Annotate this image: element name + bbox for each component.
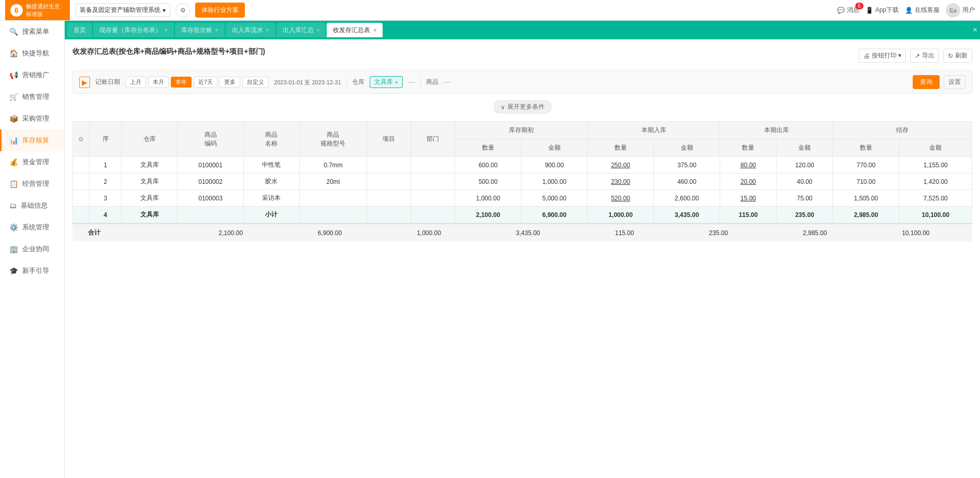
tab-close-batch[interactable]: ×: [215, 27, 218, 33]
footer-out-qty: 115.00: [615, 229, 634, 237]
sales-icon: 🛒: [9, 93, 18, 101]
sidebar-item-guide[interactable]: 🎓 新手引导: [0, 260, 64, 282]
table-cell: [411, 173, 455, 190]
export-button[interactable]: ↗ 导出: [910, 49, 939, 63]
th-project: 项目: [367, 122, 411, 157]
tab-recv-summary[interactable]: 收发存汇总表 ×: [327, 23, 383, 37]
footer-open-amt: 6,900.00: [318, 229, 342, 237]
trial-button[interactable]: 体验行业方案: [195, 3, 245, 18]
table-cell: [299, 190, 367, 207]
tab-close-stock-dist[interactable]: ×: [165, 27, 168, 33]
purchase-icon: 📦: [9, 114, 18, 123]
app-download-action[interactable]: 📱 App下载: [866, 6, 899, 15]
th-settings[interactable]: ⚙: [73, 122, 90, 157]
sidebar-item-finance[interactable]: 💰 资金管理: [0, 151, 64, 173]
sidebar-item-marketing[interactable]: 📢 营销推广: [0, 64, 64, 86]
sidebar-item-search[interactable]: 🔍 搜索菜单: [0, 21, 64, 42]
user-action[interactable]: Ea 用户: [946, 3, 975, 18]
page-content: 收发存汇总表(按仓库+商品编码+商品+规格型号+项目+部门) 🖨 按钮打印 ▾ …: [65, 39, 980, 478]
footer-bal-amt: 10,100.00: [902, 229, 929, 237]
refresh-button[interactable]: ↻ 刷新: [943, 49, 972, 63]
sidebar: 🔍 搜索菜单 🏠 快捷导航 📢 营销推广 🛒 销售管理 📦 采购管理 📊 库存核…: [0, 21, 65, 478]
message-action[interactable]: 💬 消息 6: [837, 6, 859, 15]
th-out: 本期出库: [720, 122, 833, 139]
th-out-amt: 金额: [777, 139, 833, 157]
footer-label: 合计: [78, 228, 181, 237]
settings-icon-btn[interactable]: ⚙: [175, 3, 190, 18]
print-button[interactable]: 🖨 按钮打印 ▾: [859, 49, 906, 63]
table-cell: 文具库: [122, 157, 178, 173]
sidebar-item-quicknav[interactable]: 🏠 快捷导航: [0, 42, 64, 64]
chevron-down-icon: ▾: [163, 7, 166, 14]
table-cell: [367, 157, 411, 173]
message-badge: 6: [855, 3, 864, 9]
sidebar-item-sales[interactable]: 🛒 销售管理: [0, 86, 64, 108]
date-btn-more[interactable]: 更多: [220, 77, 240, 88]
tab-bar: 首页 现存量（库存分布表） × 库存批次账 × 出入库流水 × 出入库汇总 × …: [65, 21, 980, 39]
date-btn-custom[interactable]: 自定义: [242, 77, 269, 88]
avatar: Ea: [946, 3, 960, 18]
base-icon: 🗂: [9, 201, 17, 210]
table-cell: 115.00: [720, 207, 777, 223]
filter-collapse-btn[interactable]: ▶: [79, 77, 90, 88]
filter-settings-btn[interactable]: 设置: [944, 75, 966, 89]
sidebar-item-corp[interactable]: 🏢 企业协同: [0, 238, 64, 260]
out-qty-link[interactable]: 15.00: [720, 190, 777, 207]
query-button[interactable]: 查询: [913, 75, 940, 89]
tab-close-recv-summary[interactable]: ×: [373, 27, 376, 33]
guide-icon: 🎓: [9, 267, 18, 275]
tab-close-inout-summary[interactable]: ×: [317, 27, 320, 33]
th-in-amt: 金额: [654, 139, 720, 157]
tab-bar-close-all[interactable]: ×: [973, 25, 977, 35]
tab-close-inout-flow[interactable]: ×: [266, 27, 269, 33]
refresh-icon: ↻: [948, 52, 953, 60]
sidebar-item-system[interactable]: ⚙️ 系统管理: [0, 216, 64, 238]
sidebar-item-purchase[interactable]: 📦 采购管理: [0, 108, 64, 129]
table-cell: [73, 190, 90, 207]
tab-inout-flow[interactable]: 出入库流水 ×: [226, 23, 275, 37]
table-cell: 小计: [244, 207, 300, 223]
out-qty-link[interactable]: 20.00: [720, 173, 777, 190]
table-cell: 1,505.00: [833, 190, 899, 207]
table-cell: 采访本: [244, 190, 300, 207]
table-cell: [299, 207, 367, 223]
system-selector[interactable]: 装备及固定资产辅助管理系统 ▾: [75, 3, 170, 17]
sidebar-item-operations[interactable]: 📋 经营管理: [0, 173, 64, 195]
goods-more-btn[interactable]: ···: [444, 78, 450, 87]
print-dropdown-icon: 按钮打印 ▾: [872, 51, 901, 60]
date-btn-7days[interactable]: 近7天: [194, 77, 217, 88]
table-cell: [73, 207, 90, 223]
table-cell: [411, 207, 455, 223]
tab-batch[interactable]: 库存批次账 ×: [175, 23, 225, 37]
tab-inout-summary[interactable]: 出入库汇总 ×: [276, 23, 326, 37]
column-settings-icon[interactable]: ⚙: [78, 136, 84, 143]
sidebar-item-base[interactable]: 🗂 基础信息: [0, 195, 64, 216]
th-open-qty: 数量: [455, 139, 521, 157]
date-btn-this-year[interactable]: 本年: [171, 77, 192, 88]
expand-bar: ∨ 展开更多条件: [72, 98, 972, 116]
th-no: 序: [90, 122, 122, 157]
table-cell: 1: [90, 157, 122, 173]
sidebar-item-inventory[interactable]: 📊 库存核算: [0, 129, 64, 151]
in-qty-link[interactable]: 520.00: [588, 190, 654, 207]
in-qty-link[interactable]: 230.00: [588, 173, 654, 190]
operations-icon: 📋: [9, 180, 18, 188]
expand-conditions-btn[interactable]: ∨ 展开更多条件: [494, 100, 551, 113]
tab-stock-dist[interactable]: 现存量（库存分布表） ×: [93, 23, 174, 37]
table-cell: 2,985.00: [833, 207, 899, 223]
out-qty-link[interactable]: 80.00: [720, 157, 777, 173]
warehouse-tag-remove[interactable]: ×: [395, 79, 398, 85]
warehouse-label: 仓库: [352, 78, 364, 86]
warehouse-more-btn[interactable]: ···: [408, 78, 415, 87]
table-cell: 3,435.00: [654, 207, 720, 223]
th-opening: 库存期初: [455, 122, 588, 139]
th-goods-code: 商品编码: [178, 122, 244, 157]
date-btn-last-month[interactable]: 上月: [125, 77, 146, 88]
tab-home[interactable]: 首页: [67, 23, 92, 37]
in-qty-link[interactable]: 250.00: [588, 157, 654, 173]
online-service-action[interactable]: 👤 在线客服: [905, 6, 940, 15]
footer-in-amt: 3,435.00: [516, 229, 540, 237]
table-cell: 375.00: [654, 157, 720, 173]
table-row: 3文具库0100003采访本1,000.005,000.00520.002,60…: [73, 190, 972, 207]
date-btn-this-month[interactable]: 本月: [148, 77, 169, 88]
